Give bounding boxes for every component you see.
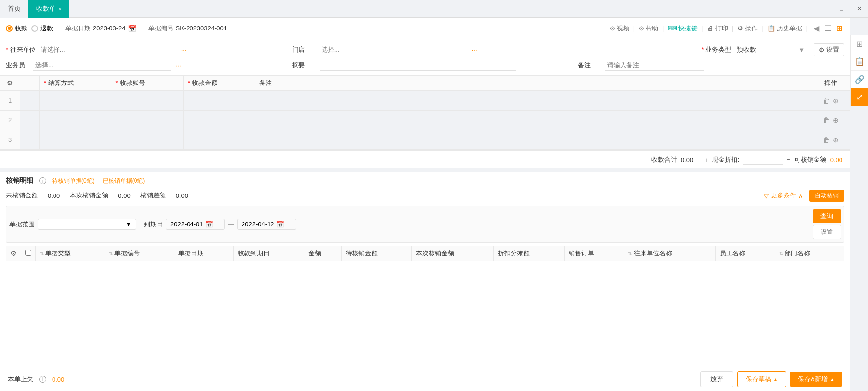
col-checkbox-header: ⚙ xyxy=(6,246,21,261)
receipt-total-label: 收款合计 xyxy=(651,155,677,164)
col-discount-header: 折扣分摊额 xyxy=(494,246,565,261)
due-date-filter-field: 到期日 2022-04-01 📅 — 2022-04-12 📅 xyxy=(144,219,296,230)
chevron-up-icon: ∧ xyxy=(798,192,803,199)
radio-refund[interactable]: 退款 xyxy=(31,24,53,33)
row-3-remark[interactable] xyxy=(255,130,811,150)
row-2-delete-icon[interactable]: 🗑 xyxy=(823,116,830,124)
side-expand-icon[interactable]: ⤢ xyxy=(851,88,868,106)
tab-pending[interactable]: 待核销单据(0笔) xyxy=(52,177,95,185)
toolbar-divider-2 xyxy=(142,24,142,33)
cash-discount-input[interactable] xyxy=(743,155,783,165)
business-type-arrow-icon[interactable]: ▼ xyxy=(798,46,805,54)
bottom-data-table: ⚙ ⇅ 单据类型 ⇅ 单据编号 单据日期 收款到期日 金额 待核销金 xyxy=(6,246,844,261)
tab-home[interactable]: 首页 xyxy=(0,0,28,18)
summary-input[interactable] xyxy=(320,60,516,71)
row-1-copy-icon[interactable]: ⊕ xyxy=(833,97,839,105)
row-1-account[interactable] xyxy=(111,91,183,111)
row-2-copy-icon[interactable]: ⊕ xyxy=(833,116,839,124)
partner-dots-icon[interactable]: ··· xyxy=(181,46,187,54)
row-2-remark[interactable] xyxy=(255,111,811,130)
video-action[interactable]: ⊙ 视频 xyxy=(610,24,629,33)
toolbar-divider-1 xyxy=(59,24,59,33)
more-conditions-button[interactable]: ▽ 更多条件 ∧ xyxy=(764,191,803,200)
select-all-checkbox[interactable] xyxy=(25,250,31,256)
row-1-actions: 🗑 ⊕ xyxy=(811,91,850,111)
row-3-delete-icon[interactable]: 🗑 xyxy=(823,136,830,144)
radio-receipt-indicator xyxy=(6,25,13,32)
radio-receipt[interactable]: 收款 xyxy=(6,24,27,33)
list-view-btn[interactable]: ☰ xyxy=(822,23,833,34)
close-window-button[interactable]: ✕ xyxy=(850,0,868,18)
date-field: 单据日期 2023-03-24 📅 xyxy=(65,24,136,33)
row-3-amount[interactable] xyxy=(183,130,255,150)
radio-refund-indicator xyxy=(31,25,38,32)
shop-dots-icon[interactable]: ··· xyxy=(472,46,477,54)
receipt-table-container: ⚙ 结算方式 收款账号 收款金额 备注 操作 1 xyxy=(0,75,850,150)
verification-body: 未核销金额 0.00 本次核销金额 0.00 核销差额 0.00 ▽ 更多条件 … xyxy=(6,188,844,363)
history-action[interactable]: 📋 历史单据 xyxy=(767,24,802,33)
shop-input[interactable] xyxy=(320,44,467,55)
range-filter-arrow-icon: ▼ xyxy=(125,221,132,228)
maximize-button[interactable]: □ xyxy=(833,0,850,18)
col-date-header: 单据日期 xyxy=(174,246,234,261)
prev-view-btn[interactable]: ◀ xyxy=(812,23,821,34)
equals-sign: = xyxy=(787,156,790,164)
gear-setting-icon: ⚙ xyxy=(819,46,825,54)
close-tab-icon[interactable]: × xyxy=(58,6,61,12)
due-date-end-input[interactable]: 2022-04-12 📅 xyxy=(237,219,296,230)
business-type-field: 业务类型 预收款 ▼ ⚙ 设置 xyxy=(578,43,844,56)
range-filter-select[interactable]: ▼ xyxy=(38,219,136,230)
shortcut-action[interactable]: ⌨ 快捷键 xyxy=(668,24,698,33)
row-1-amount[interactable] xyxy=(183,91,255,111)
save-draft-arrow-icon: ▲ xyxy=(773,377,778,382)
row-2-amount[interactable] xyxy=(183,111,255,130)
row-2-col-extra xyxy=(20,111,40,130)
col-rownum-header xyxy=(20,76,40,91)
table-settings-icon[interactable]: ⚙ xyxy=(7,79,13,87)
diff-value: 0.00 xyxy=(176,192,188,199)
print-action[interactable]: 🖨 打印 xyxy=(707,24,728,33)
partner-input[interactable] xyxy=(39,44,176,55)
abandon-button[interactable]: 放弃 xyxy=(700,371,733,387)
auto-write-off-button[interactable]: 自动核销 xyxy=(809,190,844,202)
tab-current[interactable]: 收款单 × xyxy=(28,0,69,18)
bottom-table-settings-icon[interactable]: ⚙ xyxy=(10,250,17,257)
row-3-settlement[interactable] xyxy=(40,130,111,150)
operation-action[interactable]: ⚙ 操作 xyxy=(737,24,758,33)
table-row: 2 🗑 ⊕ xyxy=(0,111,850,130)
due-date-filter-label: 到期日 xyxy=(144,220,163,229)
side-table-icon[interactable]: ⊞ xyxy=(851,35,868,53)
due-date-start-input[interactable]: 2022-04-01 📅 xyxy=(166,219,225,230)
row-1-settlement[interactable] xyxy=(40,91,111,111)
side-link-icon[interactable]: 🔗 xyxy=(851,71,868,88)
remark-input[interactable] xyxy=(605,60,704,71)
staff-input[interactable] xyxy=(33,60,171,71)
row-3-copy-icon[interactable]: ⊕ xyxy=(833,136,839,144)
summary-row: 收款合计 0.00 + 现金折扣: = 可核销金额 0.00 xyxy=(0,150,850,168)
row-1-delete-icon[interactable]: 🗑 xyxy=(823,97,830,105)
unverified-label: 未核销金额 xyxy=(6,191,38,200)
unverified-value: 0.00 xyxy=(48,192,60,199)
footer-value: 0.00 xyxy=(52,376,64,383)
side-doc-icon[interactable]: 📋 xyxy=(851,53,868,71)
setting-small-button[interactable]: 设置 xyxy=(813,225,841,239)
row-2-settlement[interactable] xyxy=(40,111,111,130)
save-draft-button[interactable]: 保存草稿 ▲ xyxy=(737,371,787,387)
toolbar-right: ⊙ 视频 | ⊙ 帮助 | ⌨ 快捷键 | 🖨 打印 | xyxy=(610,23,844,34)
business-type-label: 业务类型 xyxy=(701,45,731,54)
calendar-icon[interactable]: 📅 xyxy=(128,25,136,32)
staff-dots-icon[interactable]: ··· xyxy=(176,62,181,69)
verification-info-icon[interactable]: i xyxy=(39,177,46,184)
minimize-button[interactable]: — xyxy=(815,0,833,18)
footer-info-icon[interactable]: i xyxy=(39,376,46,383)
row-2-account[interactable] xyxy=(111,111,183,130)
save-new-button[interactable]: 保存&新增 ▲ xyxy=(790,372,842,387)
setting-button[interactable]: ⚙ 设置 xyxy=(814,43,844,56)
row-3-account[interactable] xyxy=(111,130,183,150)
row-1-remark[interactable] xyxy=(255,91,811,111)
cash-discount-label: 现金折扣: xyxy=(712,155,739,164)
help-action[interactable]: ⊙ 帮助 xyxy=(639,24,658,33)
tab-done[interactable]: 已核销单据(0笔) xyxy=(103,177,145,185)
grid-view-btn[interactable]: ⊞ xyxy=(834,23,844,34)
query-button[interactable]: 查询 xyxy=(813,209,841,223)
